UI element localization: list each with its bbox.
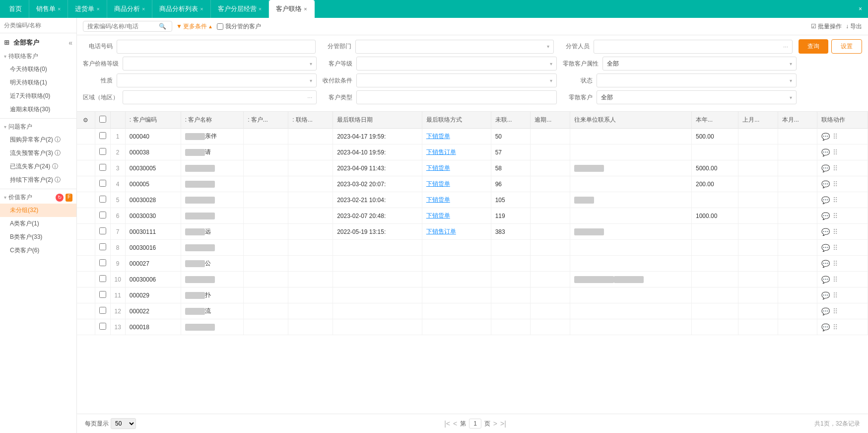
last-month-col-header[interactable]: 上月... — [738, 112, 778, 129]
row-checkbox-cell[interactable] — [95, 303, 110, 319]
checkbox-col-header[interactable] — [95, 112, 110, 129]
sidebar-item-class-c[interactable]: C类客户(6) — [0, 244, 76, 257]
contact-col-header[interactable]: : 联络... — [288, 112, 333, 129]
sidebar-item-abnormal-hoard[interactable]: 囤购异常客户(2) ⓘ — [0, 133, 76, 146]
sidebar-item-week-pending[interactable]: 近7天待联络(0) — [0, 89, 76, 103]
message-icon[interactable]: 💬 — [821, 164, 830, 172]
tab-customer-segment[interactable]: 客户分层经营 × — [211, 0, 269, 18]
my-customers-filter[interactable]: 我分管的客户 — [217, 22, 261, 31]
prev-page-button[interactable]: < — [453, 420, 457, 428]
message-icon[interactable]: 💬 — [821, 291, 830, 299]
message-icon[interactable]: 💬 — [821, 244, 830, 252]
sidebar-item-ungroups[interactable]: 未分组(32) — [0, 204, 76, 217]
tab-sales-order[interactable]: 销售单 × — [29, 0, 68, 18]
search-input[interactable] — [87, 23, 157, 30]
sidebar-item-overdue-pending[interactable]: 逾期未联络(30) — [0, 103, 76, 116]
more-conditions-button[interactable]: ▼ 更多条件 ▲ — [176, 22, 213, 31]
message-icon[interactable]: 💬 — [821, 307, 830, 315]
contact-method-link[interactable]: 下销货单 — [426, 180, 450, 187]
contact-person-col-header[interactable]: 往来单位联系人 — [570, 112, 691, 129]
code-col-header[interactable]: : 客户编码 — [125, 112, 181, 129]
sidebar-item-today-pending[interactable]: 今天待联络(0) — [0, 63, 76, 76]
select-all-checkbox[interactable] — [99, 116, 106, 123]
type-col-header[interactable]: : 客户... — [244, 112, 288, 129]
row-checkbox[interactable] — [99, 291, 106, 298]
row-checkbox[interactable] — [99, 243, 106, 250]
message-icon[interactable]: 💬 — [821, 133, 830, 141]
my-customers-checkbox[interactable] — [217, 23, 223, 30]
contact-method-link[interactable]: 下销货单 — [426, 133, 450, 140]
sidebar-item-class-a[interactable]: A类客户(1) — [0, 217, 76, 230]
search-icon[interactable]: 🔍 — [159, 23, 166, 30]
first-page-button[interactable]: |< — [444, 420, 450, 428]
last-page-button[interactable]: >| — [500, 420, 506, 428]
row-checkbox[interactable] — [99, 259, 106, 266]
field-region-select[interactable]: ··· — [123, 90, 317, 104]
row-checkbox-cell[interactable] — [95, 129, 110, 144]
row-checkbox-cell[interactable] — [95, 224, 110, 240]
batch-ops-button[interactable]: ☑ 批量操作 — [811, 22, 842, 31]
contact-method-link[interactable]: 下销货单 — [426, 196, 450, 203]
field-dept-select[interactable]: ▾ — [355, 40, 554, 54]
message-icon[interactable]: 💬 — [821, 148, 830, 156]
field-payment-select[interactable]: ▾ — [356, 73, 556, 87]
tab-customer-contact[interactable]: 客户联络 × — [269, 0, 314, 18]
apps-icon[interactable]: ⠿ — [833, 260, 838, 268]
close-icon[interactable]: × — [200, 6, 203, 12]
tab-product-analysis-list[interactable]: 商品分析列表 × — [152, 0, 210, 18]
message-icon[interactable]: 💬 — [821, 276, 830, 284]
sidebar-item-churned[interactable]: 已流失客户(24) ⓘ — [0, 160, 76, 173]
message-icon[interactable]: 💬 — [821, 180, 830, 188]
apps-icon[interactable]: ⠿ — [833, 133, 838, 141]
apps-icon[interactable]: ⠿ — [833, 291, 838, 299]
field-status-select[interactable]: ▾ — [597, 73, 797, 87]
field-level-select[interactable]: ▾ — [356, 57, 556, 71]
close-icon[interactable]: × — [96, 6, 99, 12]
field-phone-input[interactable] — [117, 40, 316, 54]
sidebar-item-churn-warning[interactable]: 流失预警客户(3) ⓘ — [0, 146, 76, 160]
contact-method-link[interactable]: 下销售订单 — [426, 148, 456, 155]
sidebar-group-pending[interactable]: ▾ 待联络客户 — [0, 50, 76, 63]
apps-icon[interactable]: ⠿ — [833, 164, 838, 172]
row-checkbox-cell[interactable] — [95, 272, 110, 288]
sidebar-item-class-b[interactable]: B类客户(33) — [0, 230, 76, 244]
next-page-button[interactable]: > — [493, 420, 497, 428]
row-checkbox-cell[interactable] — [95, 240, 110, 256]
row-checkbox[interactable] — [99, 148, 106, 155]
field-sparse-select[interactable]: 全部▾ — [597, 90, 797, 104]
field-nature-select[interactable]: ▾ — [117, 73, 317, 87]
apps-icon[interactable]: ⠿ — [833, 148, 838, 156]
settings-col-header[interactable]: ⚙ — [77, 112, 95, 129]
row-checkbox-cell[interactable] — [95, 319, 110, 335]
this-year-col-header[interactable]: 本年... — [691, 112, 738, 129]
search-box[interactable]: 🔍 — [83, 21, 172, 32]
field-price-select[interactable]: ▾ — [123, 57, 317, 71]
message-icon[interactable]: 💬 — [821, 196, 830, 204]
row-checkbox[interactable] — [99, 196, 106, 203]
message-icon[interactable]: 💬 — [821, 228, 830, 236]
tab-product-analysis[interactable]: 商品分析 × — [107, 0, 152, 18]
field-manager-select[interactable]: ··· — [594, 40, 793, 54]
sidebar-group-value[interactable]: ▾ 价值客户 ↻ F — [0, 191, 76, 204]
row-checkbox-cell[interactable] — [95, 144, 110, 160]
row-checkbox[interactable] — [99, 212, 106, 218]
this-month-col-header[interactable]: 本月... — [778, 112, 817, 129]
export-button[interactable]: ↓ 导出 — [846, 22, 862, 31]
sidebar-all-customers[interactable]: ⊞ 全部客户 « — [0, 35, 76, 50]
row-checkbox-cell[interactable] — [95, 192, 110, 208]
last-date-col-header[interactable]: 最后联络日期 — [333, 112, 422, 129]
row-checkbox[interactable] — [99, 227, 106, 234]
sidebar-item-tomorrow-pending[interactable]: 明天待联络(1) — [0, 76, 76, 89]
apps-icon[interactable]: ⠿ — [833, 323, 838, 331]
apps-icon[interactable]: ⠿ — [833, 276, 838, 284]
row-checkbox-cell[interactable] — [95, 288, 110, 303]
apps-icon[interactable]: ⠿ — [833, 212, 838, 220]
row-checkbox-cell[interactable] — [95, 176, 110, 192]
close-icon[interactable]: × — [259, 6, 262, 12]
apps-icon[interactable]: ⠿ — [833, 307, 838, 315]
row-checkbox[interactable] — [99, 132, 106, 139]
sidebar-item-declining[interactable]: 持续下滑客户(2) ⓘ — [0, 173, 76, 187]
contact-method-link[interactable]: 下销货单 — [426, 164, 450, 171]
tab-home[interactable]: 首页 — [2, 0, 29, 18]
apps-icon[interactable]: ⠿ — [833, 228, 838, 236]
